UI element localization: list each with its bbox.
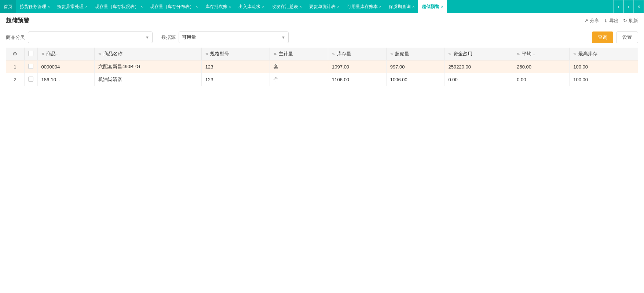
stock-qty: 1097.00 (328, 60, 387, 73)
close-icon[interactable]: × (337, 4, 339, 9)
export-icon: ⤓ (604, 18, 608, 23)
max-stock: 100.00 (570, 60, 638, 73)
stock-qty: 1106.00 (328, 73, 387, 86)
close-icon[interactable]: × (140, 4, 143, 9)
capital-occupy: 259220.00 (444, 60, 513, 73)
th-max-stock[interactable]: ⇅ 最高库存 (570, 48, 638, 60)
top-navigation: 首页 拣货任务管理 × 拣货异常处理 × 现存量（库存状况表） × 现存量（库存… (0, 0, 644, 13)
capital-occupy: 0.00 (444, 73, 513, 86)
page-title: 超储预警 (6, 17, 29, 25)
filter-buttons: 查询 设置 (592, 31, 638, 43)
th-over-qty[interactable]: ⇅ 超储量 (386, 48, 444, 60)
nav-item-overstock[interactable]: 超储预警 × (418, 0, 447, 13)
close-icon[interactable]: × (379, 4, 381, 9)
th-stock-qty[interactable]: ⇅ 库存量 (328, 48, 387, 60)
select-all-checkbox[interactable] (28, 51, 33, 56)
refresh-icon: ↻ (623, 18, 627, 23)
product-name: 六配套新昌490BPG (95, 60, 201, 73)
close-icon[interactable]: × (229, 4, 231, 9)
chevron-down-icon: ▼ (281, 35, 285, 40)
gear-icon[interactable]: ⚙ (12, 51, 17, 57)
unit: 个 (270, 73, 328, 86)
row-index: 1 (6, 60, 24, 73)
data-source-value: 可用量 (182, 34, 196, 41)
nav-item-expiry[interactable]: 保质期查询 × (385, 0, 418, 13)
close-icon[interactable]: × (48, 4, 50, 9)
unit: 套 (270, 60, 328, 73)
nav-item-stock-status[interactable]: 现存量（库存状况表） × (91, 0, 146, 13)
sort-icon: ⇅ (573, 52, 576, 56)
product-code: 186-10... (37, 73, 95, 86)
row-index: 2 (6, 73, 24, 86)
close-icon[interactable]: × (441, 4, 443, 9)
avg: 0.00 (513, 73, 570, 86)
nav-item-stock-dist[interactable]: 现存量（库存分布表） × (146, 0, 201, 13)
sort-icon: ⇅ (205, 52, 208, 56)
close-icon[interactable]: × (85, 4, 87, 9)
sort-icon: ⇅ (517, 52, 520, 56)
table-row: 2 186-10... 机油滤清器 123 个 1106.00 1006.00 … (6, 73, 638, 86)
nav-item-summary[interactable]: 收发存汇总表 × (268, 0, 305, 13)
data-source-label: 数据源 (161, 34, 176, 41)
nav-item-task-mgmt[interactable]: 拣货任务管理 × (16, 0, 54, 13)
nav-item-exception[interactable]: 拣货异常处理 × (54, 0, 91, 13)
table-container: ⚙ ⇅ 商品... ⇅ 商品名称 ⇅ 规格型号 ⇅ (0, 48, 644, 86)
nav-item-avail-stock[interactable]: 可用量库存账本 × (343, 0, 385, 13)
header-actions: ↗ 分享 ⤓ 导出 ↻ 刷新 (584, 18, 638, 24)
th-product-name[interactable]: ⇅ 商品名称 (95, 48, 201, 60)
th-avg[interactable]: ⇅ 平均... (513, 48, 570, 60)
product-category-filter: 商品分类 ▼ (6, 31, 153, 43)
th-product-code[interactable]: ⇅ 商品... (37, 48, 95, 60)
nav-item-home[interactable]: 首页 (0, 0, 16, 13)
sort-icon: ⇅ (390, 52, 393, 56)
spec: 123 (201, 60, 270, 73)
row-checkbox-cell[interactable] (24, 73, 37, 86)
nav-item-flow[interactable]: 出入库流水 × (235, 0, 268, 13)
th-index: ⚙ (6, 48, 24, 60)
product-category-label: 商品分类 (6, 34, 25, 41)
nav-close-button[interactable]: × (634, 0, 644, 13)
sort-icon: ⇅ (41, 52, 44, 56)
over-qty: 997.00 (386, 60, 444, 73)
close-icon[interactable]: × (412, 4, 414, 9)
filter-area: 商品分类 ▼ 数据源 可用量 ▼ 查询 设置 (0, 27, 644, 48)
avg: 260.00 (513, 60, 570, 73)
share-button[interactable]: ↗ 分享 (584, 18, 599, 24)
nav-arrows: ‹ › × (613, 0, 644, 13)
th-spec[interactable]: ⇅ 规格型号 (201, 48, 270, 60)
product-name: 机油滤清器 (95, 73, 201, 86)
data-source-select[interactable]: 可用量 ▼ (179, 31, 289, 43)
close-icon[interactable]: × (262, 4, 264, 9)
close-icon[interactable]: × (195, 4, 198, 9)
th-checkbox[interactable] (24, 48, 37, 60)
data-source-filter: 数据源 可用量 ▼ (161, 31, 289, 43)
over-qty: 1006.00 (386, 73, 444, 86)
chevron-down-icon: ▼ (145, 35, 149, 40)
page-header: 超储预警 ↗ 分享 ⤓ 导出 ↻ 刷新 (0, 13, 644, 27)
table-header-row: ⚙ ⇅ 商品... ⇅ 商品名称 ⇅ 规格型号 ⇅ (6, 48, 638, 60)
max-stock: 100.00 (570, 73, 638, 86)
export-button[interactable]: ⤓ 导出 (604, 18, 619, 24)
query-button[interactable]: 查询 (592, 31, 613, 43)
nav-item-order-stat[interactable]: 要货单统计表 × (305, 0, 343, 13)
sort-icon: ⇅ (274, 52, 277, 56)
nav-next-button[interactable]: › (623, 0, 634, 13)
spec: 123 (201, 73, 270, 86)
settings-button[interactable]: 设置 (616, 31, 638, 43)
row-checkbox-cell[interactable] (24, 60, 37, 73)
product-category-select[interactable]: ▼ (28, 31, 153, 43)
refresh-button[interactable]: ↻ 刷新 (623, 18, 638, 24)
th-capital[interactable]: ⇅ 资金占用 (444, 48, 513, 60)
sort-icon: ⇅ (98, 52, 101, 56)
share-icon: ↗ (584, 18, 588, 23)
th-unit[interactable]: ⇅ 主计量 (270, 48, 328, 60)
close-icon[interactable]: × (300, 4, 302, 9)
nav-prev-button[interactable]: ‹ (613, 0, 623, 13)
row-checkbox[interactable] (28, 77, 33, 82)
overstock-table: ⚙ ⇅ 商品... ⇅ 商品名称 ⇅ 规格型号 ⇅ (6, 48, 638, 86)
row-checkbox[interactable] (28, 64, 33, 69)
sort-icon: ⇅ (448, 52, 451, 56)
sort-icon: ⇅ (332, 52, 335, 56)
nav-item-batch[interactable]: 库存批次账 × (202, 0, 235, 13)
table-row: 1 0000004 六配套新昌490BPG 123 套 1097.00 997.… (6, 60, 638, 73)
